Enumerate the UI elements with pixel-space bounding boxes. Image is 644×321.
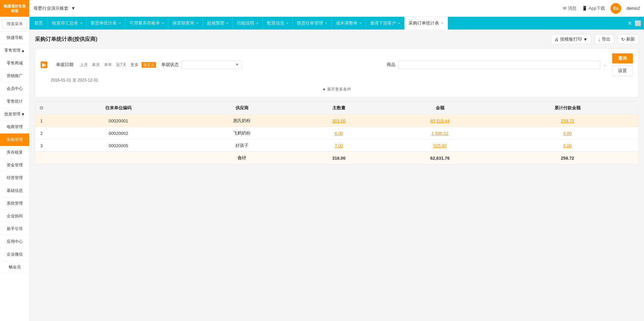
filter-settings-button[interactable]: 设置 — [612, 65, 633, 76]
quantity-link[interactable]: 6.00 — [335, 131, 343, 136]
sidebar-item-vip-member[interactable]: 畅会员 — [0, 261, 29, 274]
footer-amount: 62,631.76 — [383, 152, 497, 164]
tab-close-icon[interactable]: × — [162, 21, 164, 25]
search-menu-button[interactable]: 搜索菜单 — [2, 19, 27, 29]
tab-close-icon[interactable]: × — [119, 21, 121, 25]
chevron-down-icon: ▼ — [583, 37, 588, 42]
expand-more-button[interactable]: ▼ 展开更多条件 — [322, 87, 352, 92]
expand-more-label: 展开更多条件 — [327, 87, 351, 92]
sidebar-item-inventory-check[interactable]: 库存核算 — [0, 146, 29, 159]
export-button[interactable]: ↓ 导出 — [595, 34, 614, 44]
page-title: 采购订单统计表(按供应商) — [35, 36, 98, 43]
tab-label: 保质期查询 — [172, 20, 194, 26]
tab-home[interactable]: 首页 — [30, 17, 48, 30]
sidebar-item-ecommerce-mgmt[interactable]: 电商管理 — [0, 121, 29, 133]
goods-input[interactable] — [398, 61, 600, 69]
tab-close-icon[interactable]: × — [80, 21, 82, 25]
tab-invite-downstream[interactable]: 邀请下游客户 × — [366, 17, 405, 30]
shortcut-last-month[interactable]: 上月 — [79, 62, 89, 68]
custom-date-tag[interactable]: 自定义 — [142, 62, 156, 68]
chevron-down-icon: ▼ — [322, 87, 326, 92]
sidebar-item-ops-mgmt[interactable]: 经营管理 — [0, 172, 29, 184]
sidebar-item-app-center[interactable]: 应用中心 — [0, 235, 29, 248]
amount-link[interactable]: 1,586.52 — [431, 131, 448, 136]
tab-receive-send[interactable]: 收发存汇总表 × — [48, 17, 87, 30]
export-label: 导出 — [602, 36, 610, 42]
amount-link[interactable]: 60,519.44 — [430, 118, 450, 123]
paid-amount-link[interactable]: 0.00 — [563, 143, 572, 148]
sidebar-item-purchase-mgmt[interactable]: 采购管理 — [0, 133, 29, 146]
sidebar-search-section: 搜索菜单 — [0, 17, 29, 32]
tab-label: 采购订单统计表 — [409, 20, 439, 26]
app-download-label: App下载 — [589, 5, 605, 11]
user-avatar[interactable]: Ea — [610, 3, 621, 14]
template-print-label: 按模板打印 — [560, 36, 582, 42]
tab-label: 要货单统计表 — [91, 20, 117, 26]
filter-goods-group: 商品 ··· — [387, 61, 607, 69]
workspace-selector[interactable]: 母婴行业演示账套 ▼ — [34, 5, 75, 11]
sidebar-item-enterprise-wechat[interactable]: 企业微信 — [0, 248, 29, 261]
export-icon: ↓ — [598, 37, 601, 42]
sidebar-item-system-mgmt[interactable]: 系统管理 — [0, 197, 29, 210]
dropdown-arrow-icon: ▼ — [71, 6, 75, 11]
template-print-button[interactable]: 🖨 按模板打印 ▼ — [551, 34, 591, 44]
tab-inventory-ledger[interactable]: 可用量库存账本 × — [125, 17, 168, 30]
tab-warranty[interactable]: 保质期查询 × — [168, 17, 203, 30]
sidebar-item-enterprise-collab[interactable]: 企业协同 — [0, 210, 29, 223]
tab-bar: 首页 收发存汇总表 × 要货单统计表 × 可用量库存账本 × 保质期查询 × 超… — [30, 17, 644, 30]
app-download-button[interactable]: 📱 App下载 — [582, 5, 605, 11]
sidebar-item-retail-mgmt[interactable]: 零售管理 ▲ — [0, 44, 29, 57]
amount-link[interactable]: 525.80 — [433, 143, 447, 148]
row-code: 00020005 — [48, 140, 189, 152]
tab-config-info[interactable]: 配置信息 × — [263, 17, 293, 30]
sidebar-item-basic-info[interactable]: 基础信息 — [0, 184, 29, 197]
paid-amount-link[interactable]: 0.00 — [563, 131, 572, 136]
row-quantity: 303.00 — [294, 115, 383, 127]
refresh-button[interactable]: ↻ 刷新 — [618, 34, 639, 44]
maximize-icon[interactable]: ⬜ — [635, 20, 641, 26]
sidebar-item-retail-stats[interactable]: 零售统计 — [0, 95, 29, 108]
message-button[interactable]: ✉ 消息 — [563, 5, 577, 11]
more-options-icon[interactable]: ··· — [603, 62, 607, 67]
status-select[interactable] — [181, 61, 242, 69]
tab-close-icon[interactable]: × — [325, 21, 327, 25]
sidebar-item-marketing[interactable]: 营销推广 — [0, 70, 29, 83]
tab-close-icon[interactable]: × — [360, 21, 362, 25]
tab-overstock-warning[interactable]: 超储预警 × — [203, 17, 233, 30]
row-amount: 1,586.52 — [383, 127, 497, 140]
table-col-code: 往来单位编码 — [48, 102, 189, 115]
sidebar-item-quick-nav[interactable]: 快捷导航 — [0, 32, 29, 44]
tab-demand-stats[interactable]: 要货单统计表 × — [87, 17, 125, 30]
shortcut-this-year[interactable]: 本年 — [103, 62, 113, 68]
shortcut-more[interactable]: 更多 — [129, 62, 140, 68]
tab-picking-task[interactable]: 拣货任务管理 × — [293, 17, 331, 30]
sidebar-item-finance-mgmt[interactable]: 资金管理 — [0, 159, 29, 172]
sidebar-item-wholesale-mgmt[interactable]: 批发管理 ▼ — [0, 108, 29, 121]
table-row: 2 00020002 飞鹤奶粉 6.00 1,586.52 0.00 — [35, 127, 638, 140]
tab-close-icon[interactable]: × — [226, 21, 228, 25]
date-range-display: 2016-01-01 至 2023-12-31 — [41, 77, 633, 83]
paid-amount-link[interactable]: 259.72 — [561, 118, 574, 123]
tab-close-icon[interactable]: × — [286, 21, 288, 25]
tab-purchase-stats[interactable]: 采购订单统计表 × — [405, 17, 447, 30]
chevron-down-icon: ▲ — [21, 48, 25, 53]
tab-close-icon[interactable]: × — [398, 21, 400, 25]
sidebar-item-new-guide[interactable]: 新手引导 — [0, 223, 29, 235]
tab-close-icon[interactable]: × — [441, 21, 443, 25]
quantity-link[interactable]: 303.00 — [332, 118, 346, 123]
gear-icon[interactable]: ⚙ — [39, 105, 44, 111]
shortcut-this-month[interactable]: 本月 — [91, 62, 101, 68]
row-code: 00020001 — [48, 115, 189, 127]
sidebar-item-member-center[interactable]: 会员中心 — [0, 83, 29, 95]
shortcut-7-days[interactable]: 近7天 — [115, 62, 127, 68]
sidebar-item-retail-shop[interactable]: 零售商城 — [0, 57, 29, 70]
tab-close-icon[interactable]: × — [256, 21, 258, 25]
quantity-link[interactable]: 7.00 — [335, 143, 343, 148]
row-index: 3 — [35, 140, 48, 152]
tab-cost-adjust[interactable]: 成本调整单 × — [332, 17, 366, 30]
query-button[interactable]: 查询 — [612, 53, 633, 63]
tab-function-desc[interactable]: 功能说明 × — [233, 17, 263, 30]
tab-close-icon[interactable]: × — [196, 21, 198, 25]
filter-toggle-button[interactable]: ▶ — [41, 61, 47, 68]
close-all-icon[interactable]: ✕ — [628, 20, 632, 26]
